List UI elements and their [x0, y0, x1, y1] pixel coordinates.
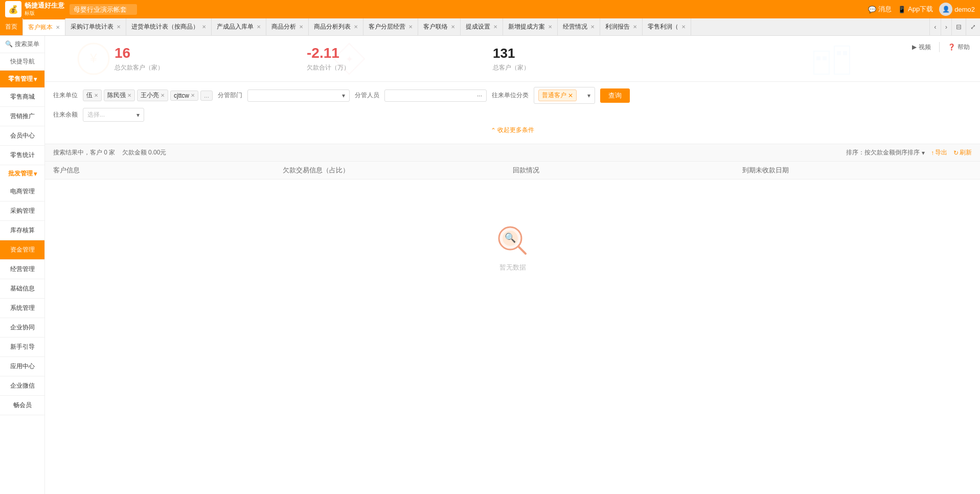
remove-unit-tag-1[interactable]: ✕: [127, 93, 131, 98]
tab-profit-report[interactable]: 利润报告 ✕: [600, 18, 643, 36]
sidebar-item-retail-mgmt[interactable]: 零售管理 ▾: [0, 71, 44, 87]
sidebar-item-inventory[interactable]: 库存核算: [0, 221, 44, 240]
tab-retail-profit[interactable]: 零售利润（ ✕: [643, 18, 691, 36]
collapse-button[interactable]: ⌃ 收起更多条件: [491, 126, 534, 134]
sidebar-item-new-guide[interactable]: 新手引导: [0, 338, 44, 357]
svg-rect-9: [843, 51, 847, 55]
svg-rect-8: [837, 51, 841, 55]
remove-category-tag[interactable]: ✕: [568, 92, 573, 99]
customer-tier-tab-label: 客户分层经营: [369, 23, 405, 31]
remove-unit-tag-3[interactable]: ✕: [191, 93, 195, 98]
tab-close-product-analysis[interactable]: ✕: [299, 24, 303, 30]
chevron-down-icon: ▾: [34, 76, 37, 83]
tab-operations[interactable]: 经营情况 ✕: [558, 18, 600, 36]
remove-unit-tag-2[interactable]: ✕: [161, 93, 165, 98]
tab-close-customer-tier[interactable]: ✕: [408, 24, 413, 30]
more-tags-button[interactable]: ...: [200, 91, 213, 101]
tab-product-analysis[interactable]: 商品分析 ✕: [266, 18, 309, 36]
tab-customer-book[interactable]: 客户账本 ✕: [23, 18, 65, 36]
sidebar-item-basic-info[interactable]: 基础信息: [0, 279, 44, 299]
sidebar-item-free-member[interactable]: 畅会员: [0, 396, 44, 415]
tab-close-purchase-detail[interactable]: ✕: [202, 24, 206, 30]
col-header-due-date: 到期未收款日期: [742, 166, 972, 175]
sidebar-item-retail-stats[interactable]: 零售统计: [0, 146, 44, 165]
svg-rect-5: [834, 46, 850, 74]
tab-customer-tier[interactable]: 客户分层经营 ✕: [363, 18, 418, 36]
tab-purchase-stats[interactable]: 采购订单统计表 ✕: [65, 18, 126, 36]
sidebar-item-marketing[interactable]: 营销推广: [0, 107, 44, 126]
result-bar: 搜索结果中，客户 0 家 欠款金额 0.00元 排序：按欠款金额倒序排序 ▾: [45, 144, 980, 162]
remove-unit-tag-0[interactable]: ✕: [94, 93, 98, 98]
bg-icon-building: [811, 41, 852, 78]
tab-close-product-storage[interactable]: ✕: [257, 24, 261, 30]
user-avatar-button[interactable]: 👤 demo2: [939, 3, 975, 16]
tab-close-new-promotion[interactable]: ✕: [548, 24, 552, 30]
tab-promotion-settings[interactable]: 提成设置 ✕: [461, 18, 503, 36]
export-button[interactable]: ↑ 导出: [931, 148, 947, 157]
tab-product-analysis-list[interactable]: 商品分析列表 ✕: [309, 18, 363, 36]
retail-profit-tab-label: 零售利润（: [648, 23, 678, 31]
sidebar-item-wholesale-mgmt[interactable]: 批发管理 ▾: [0, 165, 44, 182]
tab-close-profit-report[interactable]: ✕: [633, 24, 637, 30]
tab-purchase-detail[interactable]: 进货单统计表（按商品） ✕: [126, 18, 212, 36]
app-download-button[interactable]: 📱 App下载: [898, 5, 933, 14]
tab-close-product-analysis-list[interactable]: ✕: [354, 24, 358, 30]
help-button[interactable]: ❓ 帮助: [948, 42, 970, 52]
sidebar-quick-nav[interactable]: 快捷导航: [0, 53, 44, 71]
unit-tag-3: cjttcw ✕: [170, 91, 198, 101]
tab-prev-button[interactable]: ‹: [929, 18, 940, 36]
sidebar-item-retail-mall[interactable]: 零售商城: [0, 87, 44, 107]
tab-bar: 首页 客户账本 ✕ 采购订单统计表 ✕ 进货单统计表（按商品） ✕ 产成品入库单…: [0, 18, 980, 36]
tab-close-purchase-stats[interactable]: ✕: [117, 24, 121, 30]
query-button[interactable]: 查询: [600, 88, 630, 103]
sidebar-item-enterprise-wechat[interactable]: 企业微信: [0, 376, 44, 396]
sidebar-search[interactable]: 🔍 搜索菜单: [0, 36, 44, 53]
tab-expand-button[interactable]: ⤢: [966, 18, 980, 36]
sort-select[interactable]: 排序：按欠款金额倒序排序 ▾: [846, 148, 925, 157]
unit-tag-1: 陈民强 ✕: [104, 89, 135, 101]
sort-chevron-icon: ▾: [922, 149, 925, 156]
sidebar-item-operations-mgmt[interactable]: 经营管理: [0, 260, 44, 279]
video-button[interactable]: ▶ 视频: [912, 42, 931, 52]
refresh-icon: ↻: [953, 149, 959, 156]
svg-text:✦: ✦: [346, 54, 353, 64]
main-layout: 🔍 搜索菜单 快捷导航 零售管理 ▾ 零售商城 营销推广 会员中心 零售统计: [0, 36, 980, 494]
store-select[interactable]: 母婴行业演示帐套: [70, 4, 137, 15]
svg-rect-7: [823, 56, 827, 60]
tab-customer-contact[interactable]: 客户联络 ✕: [418, 18, 461, 36]
unit-tag-2: 王小亮 ✕: [137, 89, 168, 101]
stat-total-customers-value: 131: [493, 46, 530, 61]
tab-close-promotion-settings[interactable]: ✕: [493, 24, 497, 30]
sidebar-item-finance[interactable]: 资金管理: [0, 240, 44, 260]
refresh-button[interactable]: ↻ 刷新: [953, 148, 972, 157]
tab-close-retail-profit[interactable]: ✕: [681, 24, 686, 30]
tab-product-storage[interactable]: 产成品入库单 ✕: [212, 18, 266, 36]
sidebar-item-system[interactable]: 系统管理: [0, 299, 44, 318]
tab-close-customer-book[interactable]: ✕: [56, 25, 60, 30]
export-icon: ↑: [931, 149, 934, 156]
stat-customers-label: 总欠款客户（家）: [115, 63, 164, 72]
sidebar-item-enterprise[interactable]: 企业协同: [0, 318, 44, 338]
sidebar-item-ecommerce[interactable]: 电商管理: [0, 182, 44, 201]
person-select[interactable]: ···: [384, 89, 487, 102]
sidebar-item-app-center[interactable]: 应用中心: [0, 357, 44, 376]
department-select[interactable]: ▾: [247, 89, 350, 102]
sidebar-item-purchase[interactable]: 采购管理: [0, 201, 44, 221]
filter-row-1: 往来单位 伍 ✕ 陈民强 ✕ 王小亮 ✕: [53, 87, 972, 104]
tab-close-customer-contact[interactable]: ✕: [451, 24, 455, 30]
message-button[interactable]: 💬 消息: [868, 5, 892, 14]
balance-select[interactable]: 选择... ▾: [83, 108, 144, 122]
sidebar-item-member-center[interactable]: 会员中心: [0, 126, 44, 146]
header-actions: ▶ 视频 ❓ 帮助: [912, 42, 970, 52]
profit-report-tab-label: 利润报告: [605, 23, 630, 31]
tab-close-operations[interactable]: ✕: [590, 24, 595, 30]
content-header: ¥ ✦: [45, 36, 980, 82]
tab-home[interactable]: 首页: [0, 18, 23, 36]
tab-new-promotion[interactable]: 新增提成方案 ✕: [503, 18, 558, 36]
video-icon: ▶: [912, 43, 917, 51]
stat-total-customers-label: 总客户（家）: [493, 63, 530, 72]
tab-next-button[interactable]: ›: [941, 18, 951, 36]
tab-more-button[interactable]: ⊟: [951, 18, 966, 36]
unit-category-select[interactable]: 普通客户 ✕ ▾: [534, 87, 595, 104]
logo-area: 💰 畅捷通好生意 标版: [5, 1, 64, 17]
